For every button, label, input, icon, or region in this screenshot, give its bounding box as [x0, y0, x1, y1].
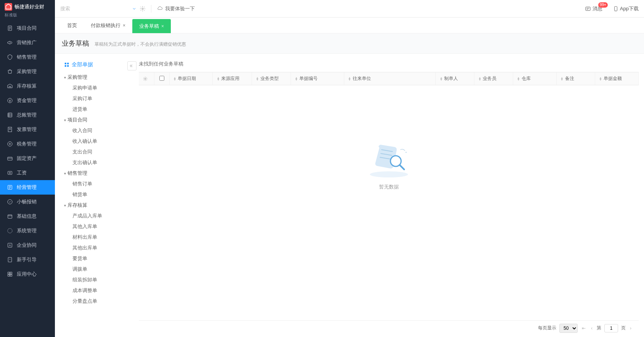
tree-group-label: 采购管理 — [67, 74, 87, 81]
nav-item-5[interactable]: 资金管理 — [0, 93, 55, 108]
sort-icon[interactable]: ▲▼ — [173, 77, 177, 81]
tab-0[interactable]: 首页 — [60, 18, 84, 33]
tree-leaf-3-1[interactable]: 其他入库单 — [60, 221, 131, 232]
search-settings-icon[interactable] — [140, 6, 146, 12]
column-header-7[interactable]: ▲▼仓库 — [513, 72, 556, 85]
column-header-0[interactable]: ▲▼单据日期 — [169, 72, 213, 85]
column-header-6[interactable]: ▲▼业务员 — [474, 72, 513, 85]
svg-rect-14 — [8, 272, 10, 274]
nav-label: 企业协同 — [17, 242, 37, 249]
tree-group-title[interactable]: ▾项目合同 — [60, 115, 131, 125]
nav-item-2[interactable]: 销售管理 — [0, 50, 55, 64]
nav-item-1[interactable]: 营销推广 — [0, 35, 55, 50]
nav-list: 项目合同营销推广销售管理采购管理库存核算资金管理总账管理发票管理税务管理固定资产… — [0, 21, 55, 337]
secondary-sidebar: 全部单据 ▾采购管理采购申请单采购订单进货单▾项目合同收入合同收入确认单支出合同… — [60, 59, 131, 335]
svg-point-7 — [9, 172, 10, 173]
tree-leaf-3-6[interactable]: 组装拆卸单 — [60, 275, 131, 285]
column-header-2[interactable]: ▲▼业务类型 — [252, 72, 291, 85]
page-input[interactable] — [604, 324, 618, 332]
tree-leaf-3-8[interactable]: 分量盘点单 — [60, 296, 131, 307]
experience-button[interactable]: 我要体验一下 — [157, 5, 195, 12]
messages-button[interactable]: 消息 99+ — [585, 5, 602, 12]
column-header-4[interactable]: ▲▼往来单位 — [344, 72, 436, 85]
column-header-5[interactable]: ▲▼制单人 — [436, 72, 474, 85]
tree-leaf-1-1[interactable]: 收入确认单 — [60, 136, 131, 147]
sort-icon[interactable]: ▲▼ — [256, 77, 259, 81]
column-header-8[interactable]: ▲▼备注 — [556, 72, 595, 85]
sort-icon[interactable]: ▲▼ — [295, 77, 298, 81]
nav-item-6[interactable]: 总账管理 — [0, 108, 55, 122]
nav-item-16[interactable]: 新手引导 — [0, 252, 55, 267]
nav-item-3[interactable]: 采购管理 — [0, 64, 55, 79]
tree-leaf-2-1[interactable]: 销货单 — [60, 189, 131, 200]
tree-leaf-1-3[interactable]: 支出确认单 — [60, 157, 131, 168]
next-page-button[interactable]: › — [629, 326, 633, 331]
tree-leaf-3-3[interactable]: 其他出库单 — [60, 243, 131, 253]
tab-1[interactable]: 付款核销执行× — [84, 18, 132, 33]
tree-group-title[interactable]: ▾采购管理 — [60, 72, 131, 83]
tree-leaf-3-5[interactable]: 调拨单 — [60, 264, 131, 275]
nav-item-14[interactable]: 系统管理 — [0, 224, 55, 238]
info-icon — [7, 213, 13, 219]
tab-2[interactable]: 业务草稿× — [132, 19, 171, 33]
column-header-3[interactable]: ▲▼单据编号 — [291, 72, 344, 85]
column-header-9[interactable]: ▲▼单据金额 — [595, 72, 638, 85]
nav-item-9[interactable]: 固定资产 — [0, 151, 55, 166]
tree-header-label[interactable]: 全部单据 — [72, 61, 93, 68]
nav-item-12[interactable]: 小畅报销 — [0, 195, 55, 209]
select-all-header[interactable] — [154, 72, 169, 85]
table-settings-header[interactable] — [139, 72, 154, 85]
tree-group-title[interactable]: ▾库存核算 — [60, 200, 131, 211]
tree-leaf-0-1[interactable]: 采购订单 — [60, 93, 131, 104]
search-input[interactable] — [60, 6, 129, 11]
nav-item-13[interactable]: 基础信息 — [0, 209, 55, 224]
column-header-1[interactable]: ▲▼来源应用 — [213, 72, 252, 85]
main-content: 我要体验一下 消息 99+ App下载 首页付款核销执行×业务草稿× 业务草稿 — [55, 0, 644, 337]
prev-page-button[interactable]: ‹ — [590, 326, 594, 331]
nav-label: 库存核算 — [17, 83, 37, 89]
empty-state: 暂无数据 — [139, 85, 639, 245]
nav-item-11[interactable]: 经营管理 — [0, 180, 55, 195]
first-page-button[interactable]: ⇤ — [581, 326, 587, 331]
collab-icon — [7, 242, 13, 248]
collapse-sidebar-button[interactable] — [127, 61, 137, 70]
search-dropdown-icon[interactable] — [132, 6, 137, 11]
tab-close-icon[interactable]: × — [161, 24, 164, 29]
tree-leaf-0-2[interactable]: 进货单 — [60, 104, 131, 115]
nav-item-0[interactable]: 项目合同 — [0, 21, 55, 35]
sort-icon[interactable]: ▲▼ — [348, 77, 351, 81]
column-label: 单据日期 — [178, 76, 196, 81]
sort-icon[interactable]: ▲▼ — [517, 77, 520, 81]
nav-item-15[interactable]: 企业协同 — [0, 238, 55, 252]
sort-icon[interactable]: ▲▼ — [217, 77, 220, 81]
tree-leaf-1-2[interactable]: 支出合同 — [60, 147, 131, 157]
page-title: 业务草稿 — [62, 39, 89, 48]
svg-rect-19 — [586, 7, 590, 10]
contract-icon — [7, 25, 13, 31]
nav-label: 工资 — [17, 169, 27, 176]
select-all-checkbox[interactable] — [159, 76, 164, 81]
sort-icon[interactable]: ▲▼ — [599, 77, 602, 81]
app-download-button[interactable]: App下载 — [613, 5, 639, 12]
tree-leaf-0-0[interactable]: 采购申请单 — [60, 83, 131, 93]
tree-group-title[interactable]: ▾销售管理 — [60, 168, 131, 179]
sort-icon[interactable]: ▲▼ — [478, 77, 481, 81]
tree-leaf-3-7[interactable]: 成本调整单 — [60, 285, 131, 296]
tree-leaf-2-0[interactable]: 销售订单 — [60, 179, 131, 189]
per-page-select[interactable]: 50 — [559, 324, 578, 333]
nav-item-4[interactable]: 库存核算 — [0, 79, 55, 93]
sort-icon[interactable]: ▲▼ — [560, 77, 564, 81]
tree-leaf-1-0[interactable]: 收入合同 — [60, 125, 131, 136]
nav-item-10[interactable]: 工资 — [0, 166, 55, 180]
tree-leaf-3-0[interactable]: 产成品入库单 — [60, 211, 131, 221]
tab-close-icon[interactable]: × — [123, 23, 125, 28]
app-download-label: App下载 — [620, 5, 639, 12]
empty-illustration — [366, 140, 412, 178]
nav-item-7[interactable]: 发票管理 — [0, 122, 55, 137]
nav-item-8[interactable]: 税务管理 — [0, 137, 55, 151]
tree-leaf-3-4[interactable]: 要货单 — [60, 253, 131, 264]
chevron-down-icon: ▾ — [64, 203, 66, 208]
tree-leaf-3-2[interactable]: 材料出库单 — [60, 232, 131, 243]
sort-icon[interactable]: ▲▼ — [440, 77, 443, 81]
nav-item-17[interactable]: 应用中心 — [0, 267, 55, 281]
